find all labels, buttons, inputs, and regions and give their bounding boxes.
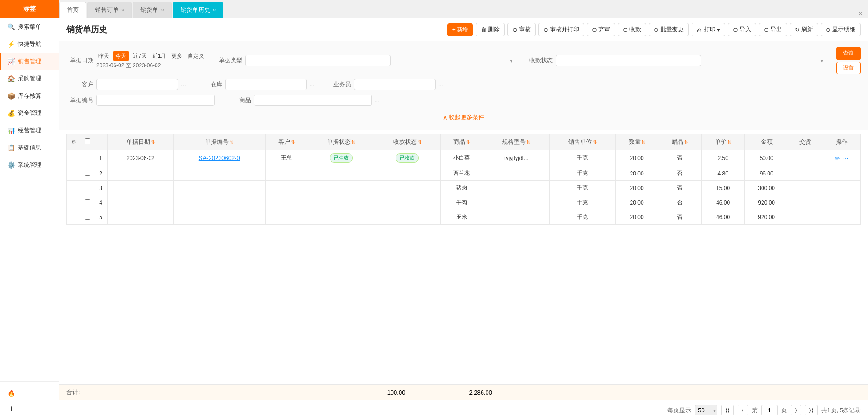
print-button[interactable]: 🖨 打印 ▾: [692, 23, 725, 36]
sidebar-bottom-fire[interactable]: 🔥: [0, 385, 59, 401]
shortcut-1month[interactable]: 近1月: [151, 51, 168, 61]
refresh-button[interactable]: ↻ 刷新: [790, 23, 818, 36]
prev-page-button[interactable]: ⟨: [738, 405, 748, 415]
sidebar-item-quicknav[interactable]: ⚡ 快捷导航: [0, 35, 59, 53]
per-page-select[interactable]: 50 100 200: [695, 405, 717, 415]
sidebar-item-ops[interactable]: 📊 经营管理: [0, 122, 59, 139]
sidebar-item-finance[interactable]: 💰 资金管理: [0, 105, 59, 122]
collect-button[interactable]: ⊙ 收款: [618, 23, 646, 36]
collect-icon: ⊙: [623, 26, 628, 33]
sidebar-item-ops-label: 经营管理: [18, 126, 41, 135]
show-detail-button[interactable]: ⊙ 显示明细: [821, 23, 861, 36]
edit-icon-0[interactable]: ✏: [835, 155, 840, 162]
goods-input[interactable]: [254, 95, 372, 106]
export-button[interactable]: ⊙ 导出: [759, 23, 787, 36]
shortcut-more[interactable]: 更多: [170, 51, 184, 61]
tab-sales-order[interactable]: 销售订单 ×: [87, 2, 132, 18]
audit-button[interactable]: ⊙ 审核: [507, 23, 536, 36]
query-button[interactable]: 查询: [836, 47, 861, 60]
th-doc-status[interactable]: 单据状态⇅: [308, 134, 374, 150]
settings-button[interactable]: 设置: [836, 62, 861, 74]
last-page-button[interactable]: ⟩⟩: [805, 405, 818, 415]
pay-status-select[interactable]: [556, 55, 701, 66]
import-button[interactable]: ⊙ 导入: [728, 23, 756, 36]
sidebar-item-purchase-label: 采购管理: [18, 75, 41, 83]
date-shortcuts: 昨天 今天 近7天 近1月 更多 自定义 2023-06-02 至 2023-0…: [96, 51, 206, 70]
tab-sales-order-close[interactable]: ×: [121, 7, 124, 13]
docno-input[interactable]: [96, 95, 215, 106]
shortcut-yesterday[interactable]: 昨天: [96, 51, 111, 61]
new-button[interactable]: + 新增: [447, 23, 473, 36]
shortcut-custom[interactable]: 自定义: [186, 51, 206, 61]
tab-sales-history[interactable]: 销货单历史 ×: [173, 2, 223, 18]
filter-warehouse: 仓库 ...: [195, 79, 315, 90]
collapse-button[interactable]: ∧ 收起更多条件: [443, 113, 484, 121]
th-goods[interactable]: 商品⇅: [440, 134, 483, 150]
select-all-checkbox[interactable]: [85, 138, 90, 144]
th-quantity[interactable]: 数量⇅: [615, 134, 658, 150]
tab-sales-goods-close[interactable]: ×: [161, 7, 164, 13]
filter-docno: 单据编号: [66, 95, 215, 106]
sidebar-item-purchase[interactable]: 🏠 采购管理: [0, 70, 59, 87]
tab-sales-order-label: 销售订单: [95, 6, 119, 14]
abandon-button[interactable]: ⊙ 弃审: [587, 23, 615, 36]
print-arrow-icon: ▾: [717, 26, 720, 33]
th-doc-date[interactable]: 单据日期⇅: [108, 134, 174, 150]
inventory-icon: 📦: [7, 92, 15, 100]
sort-sales-unit-icon: ⇅: [593, 140, 597, 145]
page-number-input[interactable]: [761, 405, 778, 415]
delete-button[interactable]: 🗑 删除: [476, 23, 505, 36]
th-gear[interactable]: ⚙: [67, 134, 81, 150]
filter-area: 单据日期 昨天 今天 近7天 近1月 更多 自定义 2023-06-02 至 2…: [59, 41, 868, 130]
sidebar-item-system[interactable]: ⚙️ 系统管理: [0, 156, 59, 174]
first-page-button[interactable]: ⟨⟨: [721, 405, 734, 415]
print-icon: 🖨: [697, 26, 702, 33]
sidebar-item-search[interactable]: 🔍 搜索菜单: [0, 18, 59, 35]
more-icon-0[interactable]: ⋯: [842, 155, 848, 162]
shortcut-7days[interactable]: 近7天: [131, 51, 149, 61]
sidebar-item-basic-label: 基础信息: [18, 144, 41, 152]
date-label: 单据日期: [66, 56, 94, 65]
per-page-label: 每页显示: [667, 406, 691, 415]
row-checkbox-0[interactable]: [85, 155, 90, 160]
th-spec[interactable]: 规格型号⇅: [483, 134, 549, 150]
sidebar-item-sales[interactable]: 📈 销售管理: [0, 53, 59, 70]
batch-change-button[interactable]: ⊙ 批量变更: [649, 23, 689, 36]
th-sales-unit[interactable]: 销售单位⇅: [549, 134, 615, 150]
doc-type-select[interactable]: [245, 55, 391, 66]
th-gift[interactable]: 赠品⇅: [658, 134, 702, 150]
table-row: 12023-06-02SA-20230602-0王总已生效已收款小白菜tyjyj…: [67, 150, 861, 166]
footer-totals: 100.00 2,286.00: [87, 389, 861, 396]
per-page-select-wrapper: 50 100 200: [695, 405, 717, 415]
th-pay-status[interactable]: 收款状态⇅: [374, 134, 440, 150]
audit-print-button[interactable]: ⊙ 审核并打印: [538, 23, 584, 36]
salesperson-dots[interactable]: ...: [438, 81, 443, 88]
doc-no-link[interactable]: SA-20230602-0: [199, 155, 240, 161]
window-close-button[interactable]: ×: [857, 10, 864, 18]
row-checkbox-3[interactable]: [85, 199, 90, 205]
page-suffix: 页: [781, 406, 787, 415]
sidebar-bottom-pause[interactable]: ⏸: [0, 401, 59, 416]
warehouse-dots[interactable]: ...: [310, 81, 315, 88]
customer-dots[interactable]: ...: [181, 81, 186, 88]
goods-dots[interactable]: ...: [375, 97, 380, 104]
th-customer[interactable]: 客户⇅: [265, 134, 308, 150]
row-checkbox-1[interactable]: [85, 170, 90, 176]
warehouse-input[interactable]: [225, 79, 307, 90]
filter-goods: 商品 ...: [224, 95, 380, 106]
row-checkbox-4[interactable]: [85, 214, 90, 220]
sidebar-item-basic[interactable]: 📋 基础信息: [0, 139, 59, 156]
tab-home[interactable]: 首页: [59, 2, 86, 18]
th-unit-price[interactable]: 单价⇅: [702, 134, 745, 150]
tab-sales-goods[interactable]: 销货单 ×: [133, 2, 171, 18]
sidebar-item-inventory[interactable]: 📦 库存核算: [0, 87, 59, 105]
next-page-button[interactable]: ⟩: [791, 405, 801, 415]
customer-input[interactable]: [96, 79, 178, 90]
shortcut-today[interactable]: 今天: [113, 51, 129, 61]
tab-sales-history-close[interactable]: ×: [213, 7, 216, 13]
salesperson-input[interactable]: [354, 79, 436, 90]
row-checkbox-2[interactable]: [85, 185, 90, 190]
th-doc-no[interactable]: 单据编号⇅: [174, 134, 265, 150]
th-checkbox[interactable]: [81, 134, 94, 150]
docno-label: 单据编号: [66, 96, 94, 105]
